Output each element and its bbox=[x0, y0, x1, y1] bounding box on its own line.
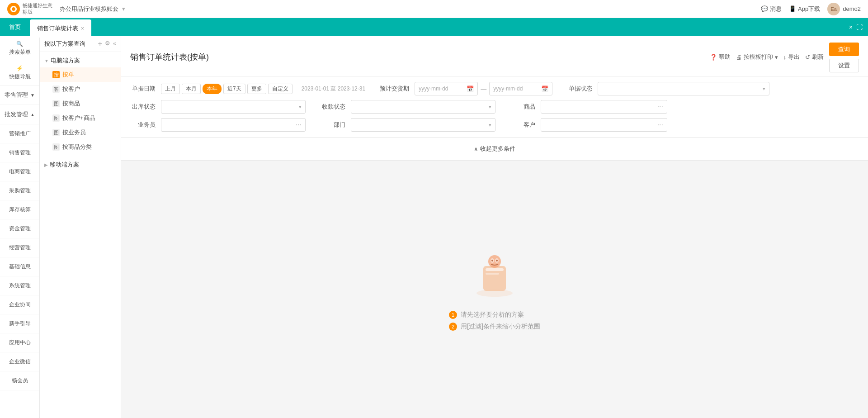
tab-sales-order[interactable]: 销售订单统计表 × bbox=[30, 19, 91, 38]
topbar-right: 💬 消息 📱 App下载 Ea demo2 bbox=[761, 3, 861, 15]
date-more[interactable]: 更多 bbox=[247, 84, 266, 94]
scheme-header-title: 按以下方案查询 bbox=[44, 40, 85, 48]
sidebar-item-wholesale[interactable]: 批发管理 ▲ bbox=[0, 105, 39, 124]
payment-status-arrow-icon: ▾ bbox=[489, 104, 491, 110]
customer-dots[interactable]: ··· bbox=[657, 121, 663, 129]
svg-rect-3 bbox=[486, 273, 499, 275]
goods-dots[interactable]: ··· bbox=[657, 103, 663, 111]
refresh-btn[interactable]: ↺ 刷新 bbox=[805, 53, 824, 61]
scheme-section-pc-header[interactable]: ▼ 电脑端方案 bbox=[40, 54, 121, 67]
scheme-add-icon[interactable]: + bbox=[98, 40, 102, 48]
export-btn[interactable]: ↓ 导出 bbox=[783, 53, 800, 61]
date-last-month[interactable]: 上月 bbox=[161, 84, 180, 94]
sidebar-item-wechat[interactable]: 企业微信 bbox=[0, 352, 39, 371]
filter-row-status: 出库状态 ▾ 收款状态 ▾ 商品 ··· bbox=[130, 100, 859, 114]
expected-date-end[interactable]: yyyy-mm-dd 📅 bbox=[489, 82, 552, 95]
message-btn[interactable]: 💬 消息 bbox=[761, 5, 782, 13]
refresh-icon: ↺ bbox=[805, 54, 810, 61]
date-custom[interactable]: 自定义 bbox=[268, 84, 292, 94]
sidebar: 🔍 搜索菜单 ⚡ 快捷导航 零售管理 ▼ 批发管理 ▲ 营销推广 销售管理 电商… bbox=[0, 36, 40, 418]
sidebar-item-finance[interactable]: 资金管理 bbox=[0, 219, 39, 238]
sidebar-item-enterprise[interactable]: 企业协同 bbox=[0, 295, 39, 314]
scheme-item-by-customer-goods[interactable]: 图 按客户+商品 bbox=[40, 111, 121, 125]
by-customer-icon: 客 bbox=[52, 86, 60, 93]
help-btn[interactable]: ❓ 帮助 bbox=[710, 53, 731, 61]
user-avatar[interactable]: Ea demo2 bbox=[827, 3, 861, 15]
ship-status-select[interactable]: ▾ bbox=[161, 100, 306, 114]
salesperson-select[interactable]: ··· bbox=[161, 118, 306, 132]
order-status-arrow-icon: ▾ bbox=[763, 86, 765, 92]
customer-select[interactable]: ··· bbox=[541, 118, 667, 132]
department-select[interactable]: ▾ bbox=[351, 118, 495, 132]
department-arrow-icon: ▾ bbox=[489, 122, 491, 128]
settings-button[interactable]: 设置 bbox=[829, 59, 859, 72]
goods-select[interactable]: ··· bbox=[541, 100, 667, 114]
filter-area: 单据日期 上月 本月 本年 近7天 更多 自定义 2023-01-01 至 20… bbox=[121, 76, 868, 138]
filter-row-date: 单据日期 上月 本月 本年 近7天 更多 自定义 2023-01-01 至 20… bbox=[130, 82, 859, 95]
by-order-icon: 按 bbox=[52, 71, 60, 78]
empty-tip-2: 2 用[过滤]条件来缩小分析范围 bbox=[449, 323, 540, 331]
sidebar-item-member[interactable]: 畅会员 bbox=[0, 371, 39, 390]
tab-close-icon[interactable]: × bbox=[81, 25, 84, 32]
sidebar-item-retail[interactable]: 零售管理 ▼ bbox=[0, 86, 39, 105]
page-actions: ❓ 帮助 🖨 按模板打印 ▾ ↓ 导出 ↺ 刷新 bbox=[710, 42, 859, 72]
dropdown-icon[interactable]: ▾ bbox=[122, 5, 125, 12]
sidebar-item-ecommerce[interactable]: 电商管理 bbox=[0, 162, 39, 181]
date-this-month[interactable]: 本月 bbox=[182, 84, 201, 94]
payment-status-select[interactable]: ▾ bbox=[351, 100, 495, 114]
svg-point-8 bbox=[496, 260, 498, 261]
tab-home[interactable]: 首页 bbox=[0, 18, 30, 36]
ship-status-label: 出库状态 bbox=[130, 103, 156, 111]
date-last-7[interactable]: 近7天 bbox=[223, 84, 245, 94]
wholesale-arrow-icon: ▲ bbox=[30, 112, 35, 117]
app-download-btn[interactable]: 📱 App下载 bbox=[789, 5, 820, 13]
scheme-item-by-customer[interactable]: 客 按客户 bbox=[40, 82, 121, 96]
topbar-left: 畅捷通好生意 标版 办公用品行业模拟账套 ▾ bbox=[7, 3, 125, 15]
empty-illustration bbox=[467, 248, 522, 304]
retail-arrow-icon: ▼ bbox=[30, 93, 35, 98]
sidebar-item-basic[interactable]: 基础信息 bbox=[0, 257, 39, 276]
collapse-btn[interactable]: ∧ 收起更多条件 bbox=[467, 141, 523, 157]
sidebar-nav[interactable]: ⚡ 快捷导航 bbox=[0, 61, 39, 85]
expected-date-label: 预计交货期 bbox=[380, 85, 409, 93]
sidebar-search-area: 🔍 搜索菜单 ⚡ 快捷导航 bbox=[0, 36, 39, 86]
sidebar-item-appstore[interactable]: 应用中心 bbox=[0, 333, 39, 352]
topbar: 畅捷通好生意 标版 办公用品行业模拟账套 ▾ 💬 消息 📱 App下载 Ea d… bbox=[0, 0, 868, 18]
sidebar-item-inventory[interactable]: 库存核算 bbox=[0, 200, 39, 219]
query-button[interactable]: 查询 bbox=[829, 43, 859, 56]
scheme-panel: 按以下方案查询 + ⚙ « ▼ 电脑端方案 按 按单 客 bbox=[40, 36, 121, 418]
scheme-item-by-category[interactable]: 图 按商品分类 bbox=[40, 140, 121, 154]
filter-row-more: 业务员 ··· 部门 ▾ 客户 ··· bbox=[130, 118, 859, 132]
pc-section-arrow-icon: ▼ bbox=[44, 58, 49, 63]
template-print-btn[interactable]: 🖨 按模板打印 ▾ bbox=[736, 53, 778, 61]
collapse-arrow-icon: ∧ bbox=[474, 146, 478, 152]
sidebar-item-sales[interactable]: 销售管理 bbox=[0, 143, 39, 162]
sidebar-item-newbie[interactable]: 新手引导 bbox=[0, 314, 39, 333]
scheme-section-pc: ▼ 电脑端方案 按 按单 客 按客户 图 按商品 图 按客户+商品 bbox=[40, 52, 121, 156]
sidebar-item-operation[interactable]: 经营管理 bbox=[0, 238, 39, 257]
help-icon: ❓ bbox=[710, 54, 717, 61]
app-title: 办公用品行业模拟账套 bbox=[60, 5, 118, 13]
scheme-item-by-goods[interactable]: 图 按商品 bbox=[40, 96, 121, 111]
scheme-section-mobile-header[interactable]: ▶ 移动端方案 bbox=[40, 158, 121, 171]
scheme-item-by-order[interactable]: 按 按单 bbox=[40, 67, 121, 82]
scheme-settings-icon[interactable]: ⚙ bbox=[105, 40, 110, 48]
goods-label: 商品 bbox=[510, 103, 535, 111]
order-status-select[interactable]: ▾ bbox=[598, 82, 769, 95]
window-maximize-icon[interactable]: ⛶ bbox=[856, 24, 863, 31]
scheme-item-by-salesperson[interactable]: 图 按业务员 bbox=[40, 125, 121, 140]
sidebar-item-system[interactable]: 系统管理 bbox=[0, 276, 39, 295]
expected-date-start[interactable]: yyyy-mm-dd 📅 bbox=[415, 82, 478, 95]
mobile-section-arrow-icon: ▶ bbox=[44, 162, 48, 167]
empty-tip-1: 1 请先选择要分析的方案 bbox=[449, 311, 540, 319]
window-close-icon[interactable]: × bbox=[849, 24, 853, 31]
date-this-year[interactable]: 本年 bbox=[203, 84, 222, 94]
sidebar-item-purchase[interactable]: 采购管理 bbox=[0, 181, 39, 200]
date-range-display: 2023-01-01 至 2023-12-31 bbox=[302, 85, 365, 93]
sidebar-item-marketing[interactable]: 营销推广 bbox=[0, 124, 39, 143]
ship-status-arrow-icon: ▾ bbox=[299, 104, 302, 110]
scheme-collapse-icon[interactable]: « bbox=[113, 40, 116, 48]
sidebar-search[interactable]: 🔍 搜索菜单 bbox=[0, 36, 39, 61]
salesperson-dots[interactable]: ··· bbox=[296, 121, 302, 129]
export-icon: ↓ bbox=[783, 54, 787, 61]
